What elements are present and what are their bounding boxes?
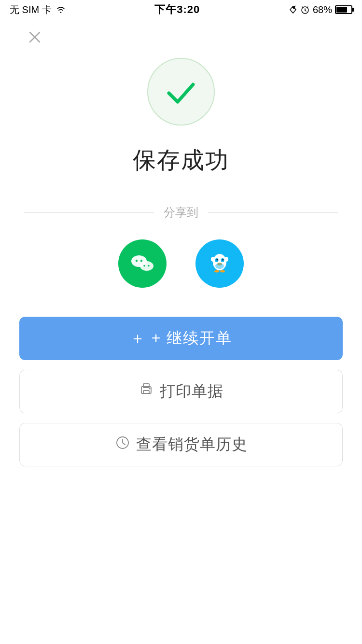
continue-order-button[interactable]: ＋ + 继续开单 [19, 317, 343, 360]
svg-point-11 [224, 257, 228, 262]
location-icon [289, 5, 297, 14]
wifi-icon [56, 6, 66, 14]
no-sim-text: 无 SIM 卡 [10, 3, 52, 16]
divider-right [208, 212, 338, 213]
wechat-icon [128, 252, 156, 276]
success-title: 保存成功 [133, 145, 229, 176]
status-left: 无 SIM 卡 [10, 3, 66, 16]
svg-point-17 [215, 263, 224, 269]
divider-left [24, 212, 154, 213]
svg-point-15 [222, 259, 223, 261]
status-right: 68% [289, 4, 352, 15]
qq-share-button[interactable] [195, 239, 244, 288]
battery-icon [335, 5, 352, 14]
share-icons [118, 239, 244, 288]
continue-label: + 继续开单 [152, 328, 233, 349]
actions: ＋ + 继续开单 打印单据 查看销货单历史 [0, 307, 362, 466]
main-content: 保存成功 分享到 [0, 19, 362, 466]
wechat-share-button[interactable] [118, 239, 167, 288]
qq-icon [206, 250, 234, 278]
svg-rect-22 [143, 391, 149, 393]
svg-point-18 [214, 270, 219, 273]
battery-percent: 68% [313, 4, 332, 15]
history-label: 查看销货单历史 [136, 434, 248, 455]
continue-icon: ＋ [130, 328, 146, 349]
svg-point-5 [136, 260, 138, 262]
print-label: 打印单据 [160, 381, 223, 402]
svg-point-6 [140, 260, 142, 262]
svg-point-14 [216, 259, 218, 261]
svg-point-8 [148, 265, 150, 267]
status-time: 下午3:20 [154, 2, 200, 17]
alarm-icon [300, 5, 310, 14]
share-label: 分享到 [164, 205, 198, 220]
print-button[interactable]: 打印单据 [19, 370, 343, 413]
close-button[interactable] [24, 27, 45, 48]
svg-point-19 [220, 270, 225, 273]
success-circle [147, 58, 215, 126]
svg-point-23 [149, 388, 151, 390]
svg-point-10 [211, 257, 215, 262]
history-icon [115, 435, 130, 454]
status-bar: 无 SIM 卡 下午3:20 68% [0, 0, 362, 19]
share-section: 分享到 [0, 205, 362, 288]
svg-point-7 [143, 265, 145, 267]
history-button[interactable]: 查看销货单历史 [19, 423, 343, 466]
print-icon [139, 382, 154, 401]
check-icon [164, 75, 198, 109]
svg-point-4 [140, 261, 153, 271]
divider-row: 分享到 [0, 205, 362, 220]
close-icon [28, 30, 42, 44]
